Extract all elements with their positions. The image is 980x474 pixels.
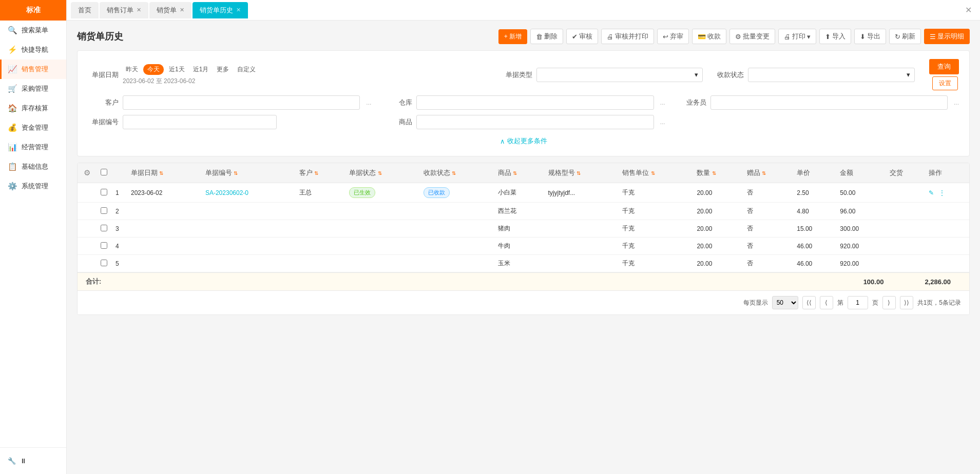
next-page-btn[interactable]: ⟩: [882, 296, 896, 309]
col-unit[interactable]: 销售单位 ⇅: [618, 163, 693, 183]
row-qty: 20.00: [693, 183, 742, 203]
last-page-btn[interactable]: ⟩⟩: [900, 296, 913, 309]
col-docno[interactable]: 单据编号 ⇅: [201, 163, 295, 183]
abandon-button[interactable]: ↩ 弃审: [657, 29, 689, 44]
filter-warehouse-input[interactable]: [416, 95, 654, 110]
edit-action[interactable]: ✎: [929, 189, 934, 196]
pagination: 每页显示 50 100 200 ⟨⟨ ⟨ 第 页 ⟩ ⟩⟩ 共1页，5条记录: [78, 290, 969, 314]
row-amount: 920.00: [836, 238, 885, 255]
filter-docno-input[interactable]: [123, 115, 277, 129]
prev-page-btn[interactable]: ⟨: [820, 296, 833, 309]
tab-sales-delivery-close[interactable]: ✕: [180, 7, 184, 13]
filter-customer-input[interactable]: [123, 95, 360, 110]
sidebar-item-ops[interactable]: 📊 经营管理: [0, 137, 66, 157]
import-button[interactable]: ⬆ 导入: [819, 29, 851, 44]
sidebar-item-purchase[interactable]: 🛒 采购管理: [0, 79, 66, 98]
sidebar-item-label: 销售管理: [22, 65, 48, 74]
col-spec[interactable]: 规格型号 ⇅: [544, 163, 619, 183]
column-settings-icon[interactable]: ⚙: [84, 168, 90, 177]
sidebar-item-quicknav[interactable]: ⚡ 快捷导航: [0, 40, 66, 60]
sidebar-item-finance[interactable]: 💰 资金管理: [0, 118, 66, 137]
row-gear: [78, 203, 96, 220]
col-qty[interactable]: 数量 ⇅: [693, 163, 742, 183]
first-page-btn[interactable]: ⟨⟨: [802, 296, 816, 309]
query-button[interactable]: 查询: [929, 59, 959, 74]
shortcut-7days[interactable]: 近1天: [166, 64, 188, 75]
col-docstatus[interactable]: 单据状态 ⇅: [345, 163, 419, 183]
sidebar-item-search[interactable]: 🔍 搜索菜单: [0, 21, 66, 40]
tab-sales-delivery[interactable]: 销货单 ✕: [149, 2, 191, 18]
row-docno[interactable]: [201, 255, 295, 272]
close-all-tabs[interactable]: ✕: [961, 5, 976, 15]
batch-change-button[interactable]: ⚙ 批量变更: [729, 29, 775, 44]
filter-settings-button[interactable]: 设置: [932, 76, 958, 90]
sidebar-item-inventory[interactable]: 🏠 库存核算: [0, 98, 66, 118]
sidebar-item-sysmgmt[interactable]: ⚙️ 系统管理: [0, 176, 66, 196]
row-checkbox[interactable]: [101, 189, 107, 195]
print-icon: 🖨: [784, 33, 791, 41]
tab-sales-order-label: 销售订单: [107, 6, 133, 15]
row-checkbox[interactable]: [101, 260, 107, 266]
row-docno[interactable]: [201, 238, 295, 255]
row-docno[interactable]: [201, 220, 295, 238]
delete-button[interactable]: 🗑 删除: [530, 29, 563, 44]
col-collectstatus[interactable]: 收款状态 ⇅: [419, 163, 494, 183]
shortcut-30days[interactable]: 近1月: [190, 64, 212, 75]
refresh-button[interactable]: ↻ 刷新: [889, 29, 921, 44]
new-button[interactable]: + 新增: [498, 29, 527, 44]
row-checkbox[interactable]: [101, 207, 107, 214]
select-all-checkbox[interactable]: [101, 169, 107, 175]
filter-salesperson-input[interactable]: [710, 95, 948, 110]
print-button[interactable]: 🖨 打印 ▾: [778, 29, 816, 44]
row-action: [925, 255, 969, 272]
shortcut-yesterday[interactable]: 昨天: [123, 64, 141, 75]
tab-sales-history-close[interactable]: ✕: [236, 7, 241, 13]
row-qty: 20.00: [693, 203, 742, 220]
row-customer: [295, 255, 345, 272]
collapse-button[interactable]: ∧ 收起更多条件: [88, 134, 959, 148]
collect-button[interactable]: 💳 收款: [692, 29, 726, 44]
row-checkbox[interactable]: [101, 225, 107, 231]
row-no: 4: [111, 238, 127, 255]
row-collectstatus: [419, 238, 494, 255]
filter-collectstatus-label: 收款状态: [713, 70, 744, 80]
audit-button[interactable]: ✔ 审核: [566, 29, 598, 44]
tab-sales-history[interactable]: 销货单历史 ✕: [193, 2, 248, 18]
col-goods[interactable]: 商品 ⇅: [494, 163, 544, 183]
col-customer[interactable]: 客户 ⇅: [295, 163, 345, 183]
export-button[interactable]: ⬇ 导出: [854, 29, 886, 44]
col-docdate[interactable]: 单据日期 ⇅: [127, 163, 201, 183]
shortcut-more[interactable]: 更多: [214, 64, 232, 75]
sales-icon: 📈: [8, 65, 17, 74]
tab-sales-order[interactable]: 销售订单 ✕: [100, 2, 148, 18]
tab-home[interactable]: 首页: [71, 2, 99, 18]
summary-amount: 2,286.00: [925, 278, 951, 286]
row-docno[interactable]: [201, 203, 295, 220]
filter-goods-input[interactable]: [416, 115, 654, 129]
table-row: 2 西兰花 千克 20.00 否 4.80 96.00: [78, 203, 969, 220]
row-checkbox[interactable]: [101, 242, 107, 249]
per-page-select[interactable]: 50 100 200: [772, 296, 798, 309]
filter-salesperson-label: 业务员: [676, 98, 706, 107]
sidebar-settings-btn[interactable]: 🔧 ⏸: [0, 452, 66, 470]
show-detail-button[interactable]: ☰ 显示明细: [924, 29, 970, 44]
tab-sales-order-close[interactable]: ✕: [137, 7, 141, 13]
table-row: 1 2023-06-02 SA-20230602-0 王总 已生效 已收款 小白…: [78, 183, 969, 203]
per-page-label: 每页显示: [743, 299, 768, 307]
row-unit: 千克: [618, 220, 693, 238]
filter-doctype-select[interactable]: ▾: [536, 68, 703, 82]
row-action: ✎ ⋮: [925, 183, 969, 203]
col-gift[interactable]: 赠品 ⇅: [743, 163, 793, 183]
more-action[interactable]: ⋮: [939, 189, 945, 196]
audit-print-button[interactable]: 🖨 审核并打印: [601, 29, 654, 44]
summary-row: 合计: 100.00 2,286.00: [78, 272, 969, 290]
row-docno[interactable]: SA-20230602-0: [201, 183, 295, 203]
filter-collectstatus-select[interactable]: ▾: [748, 68, 915, 82]
row-gear: [78, 183, 96, 203]
sidebar-item-sales[interactable]: 📈 销售管理: [0, 60, 66, 79]
shortcut-custom[interactable]: 自定义: [234, 64, 259, 75]
page-input[interactable]: [848, 296, 868, 309]
sidebar-item-baseinfo[interactable]: 📋 基础信息: [0, 157, 66, 176]
collectstatus-sort-icon: ⇅: [452, 170, 456, 176]
shortcut-today[interactable]: 今天: [143, 64, 164, 75]
